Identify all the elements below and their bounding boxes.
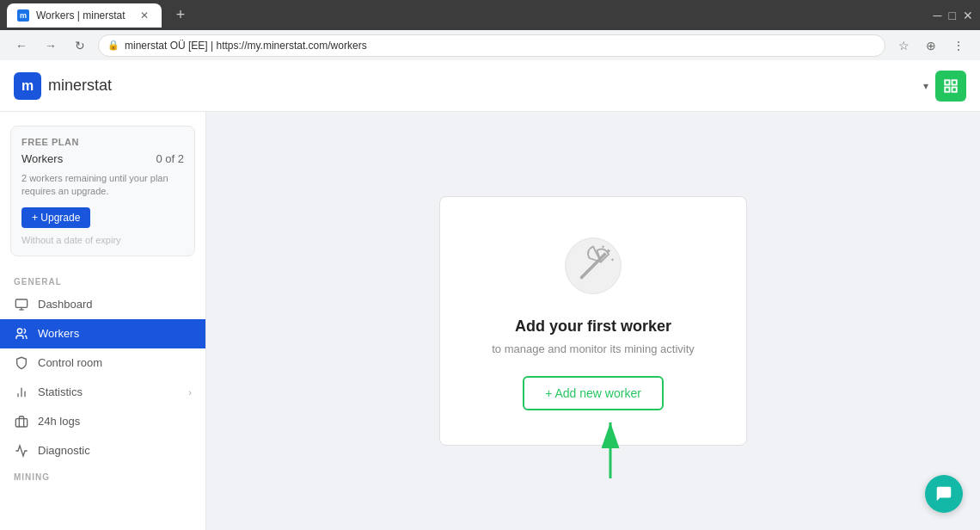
svg-text:✦: ✦ (605, 247, 612, 256)
lock-icon: 🔒 (107, 40, 119, 51)
tab-favicon: m (17, 9, 29, 22)
menu-button[interactable]: ⋮ (947, 34, 970, 57)
back-button[interactable]: ← (10, 34, 33, 57)
empty-state-title: Add your first worker (515, 317, 671, 336)
logo-area: m minerstat (14, 72, 112, 100)
sidebar-item-dashboard-label: Dashboard (38, 298, 192, 311)
desktop-icon (14, 297, 29, 312)
close-button[interactable]: ✕ (963, 9, 973, 22)
address-bar[interactable]: 🔒 minerstat OÜ [EE] | https://my.minerst… (98, 34, 885, 57)
browser-chrome: m Workers | minerstat ✕ + ─ □ ✕ ← → ↻ 🔒 … (0, 0, 980, 60)
address-text: minerstat OÜ [EE] | https://my.minerstat… (125, 40, 367, 52)
svg-rect-0 (945, 80, 949, 84)
svg-rect-4 (15, 299, 27, 307)
page-content: ✦ ✦ ✦ Add your first worker to manage an… (206, 112, 980, 530)
main-area: FREE PLAN Workers 0 of 2 2 workers remai… (0, 112, 980, 530)
sidebar-item-control-room[interactable]: Control room (0, 348, 205, 378)
logo-icon: m (14, 72, 41, 100)
sidebar-mining-label: MINING (0, 465, 205, 485)
sidebar-general-label: GENERAL (0, 270, 205, 290)
app-header: m minerstat ▾ (0, 60, 980, 112)
header-dropdown[interactable]: ▾ (923, 80, 928, 92)
bookmark-button[interactable]: ☆ (892, 34, 915, 57)
logo-text: minerstat (48, 77, 112, 95)
header-green-button[interactable] (935, 71, 966, 102)
sidebar-item-diagnostic-label: Diagnostic (38, 444, 192, 457)
extensions-button[interactable]: ⊕ (920, 34, 942, 57)
forward-button[interactable]: → (40, 34, 62, 57)
svg-text:✦: ✦ (601, 243, 605, 250)
sidebar-item-24h-logs[interactable]: 24h logs (0, 407, 205, 436)
chat-bubble[interactable] (925, 475, 963, 513)
sidebar-item-dashboard[interactable]: Dashboard (0, 290, 205, 319)
header-right: ▾ (923, 71, 966, 102)
browser-toolbar: ← → ↻ 🔒 minerstat OÜ [EE] | https://my.m… (0, 30, 980, 60)
activity-icon (14, 443, 29, 459)
add-worker-button[interactable]: + Add new worker (523, 376, 664, 410)
window-controls: ─ □ ✕ (934, 9, 973, 22)
new-tab-button[interactable]: + (168, 3, 193, 28)
svg-rect-2 (945, 87, 949, 91)
statistics-chevron-icon: › (188, 387, 192, 398)
arrow-indicator (585, 414, 636, 483)
sidebar-item-control-room-label: Control room (38, 356, 192, 369)
plan-card: FREE PLAN Workers 0 of 2 2 workers remai… (10, 126, 195, 256)
plan-workers-label: Workers (21, 152, 63, 165)
reload-button[interactable]: ↻ (69, 34, 91, 57)
svg-rect-3 (952, 87, 957, 91)
upgrade-button[interactable]: + Upgrade (21, 207, 90, 228)
svg-text:✦: ✦ (610, 256, 615, 262)
maximize-button[interactable]: □ (949, 9, 956, 22)
svg-rect-11 (15, 418, 27, 426)
plan-name: FREE PLAN (21, 137, 184, 147)
sidebar-item-diagnostic[interactable]: Diagnostic (0, 436, 205, 465)
clock-icon (14, 414, 29, 429)
browser-actions: ☆ ⊕ ⋮ (892, 34, 970, 57)
pickaxe-icon: ✦ ✦ ✦ (562, 235, 624, 297)
plan-workers-count: 0 of 2 (156, 152, 184, 165)
app: m minerstat ▾ FREE PLAN Workers 0 of 2 2 (0, 60, 980, 530)
browser-titlebar: m Workers | minerstat ✕ + ─ □ ✕ (0, 0, 980, 30)
workers-icon (14, 326, 29, 342)
sidebar-item-statistics-label: Statistics (38, 385, 180, 398)
bar-chart-icon (14, 385, 29, 400)
empty-state-subtitle: to manage and monitor its mining activit… (492, 342, 695, 355)
plan-info: 2 workers remaining until your plan requ… (21, 172, 184, 199)
shield-icon (14, 355, 29, 371)
sidebar: FREE PLAN Workers 0 of 2 2 workers remai… (0, 112, 206, 530)
svg-rect-1 (952, 80, 957, 84)
sidebar-item-statistics[interactable]: Statistics › (0, 378, 205, 407)
browser-tab[interactable]: m Workers | minerstat ✕ (7, 3, 162, 28)
expiry-text: Without a date of expiry (21, 235, 184, 245)
tab-title: Workers | minerstat (36, 9, 126, 22)
mining-icon-area: ✦ ✦ ✦ (559, 231, 628, 300)
chat-icon (934, 484, 953, 503)
empty-state-card: ✦ ✦ ✦ Add your first worker to manage an… (439, 196, 747, 446)
sidebar-item-workers-label: Workers (38, 327, 192, 340)
minimize-button[interactable]: ─ (934, 9, 942, 22)
tab-close-button[interactable]: ✕ (138, 9, 151, 22)
sidebar-item-24h-logs-label: 24h logs (38, 415, 192, 428)
plan-workers: Workers 0 of 2 (21, 152, 184, 165)
sidebar-item-workers[interactable]: Workers (0, 319, 205, 348)
grid-icon (943, 78, 959, 94)
svg-point-7 (17, 329, 21, 333)
